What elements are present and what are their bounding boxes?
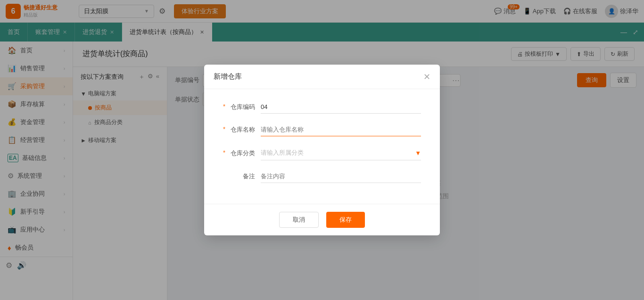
name-label: 仓库名称 — [223, 125, 261, 134]
category-label: 仓库分类 — [223, 149, 261, 158]
modal-header: 新增仓库 ✕ — [204, 65, 440, 89]
save-button[interactable]: 保存 — [326, 212, 365, 228]
form-row-name: 仓库名称 — [223, 123, 421, 136]
cancel-button[interactable]: 取消 — [279, 212, 319, 228]
name-input[interactable] — [261, 123, 421, 136]
category-placeholder: 请输入所属分类 — [261, 149, 304, 157]
form-row-code: 仓库编码 — [223, 100, 421, 114]
code-label: 仓库编码 — [223, 103, 261, 111]
modal-title: 新增仓库 — [214, 72, 242, 81]
code-input[interactable] — [261, 100, 421, 114]
notes-label: 备注 — [223, 172, 261, 181]
notes-input[interactable] — [261, 170, 421, 183]
modal-footer: 取消 保存 — [204, 204, 440, 235]
modal-body: 仓库编码 仓库名称 仓库分类 请输入所属分类 ▼ 备注 — [204, 89, 440, 204]
category-arrow-icon: ▼ — [415, 150, 421, 157]
modal-close-icon[interactable]: ✕ — [423, 73, 430, 81]
form-row-category: 仓库分类 请输入所属分类 ▼ — [223, 146, 421, 160]
category-select[interactable]: 请输入所属分类 ▼ — [261, 146, 421, 160]
modal-overlay[interactable]: 新增仓库 ✕ 仓库编码 仓库名称 仓库分类 请输入所属分类 ▼ — [0, 0, 644, 300]
modal-new-warehouse: 新增仓库 ✕ 仓库编码 仓库名称 仓库分类 请输入所属分类 ▼ — [204, 65, 440, 235]
form-row-notes: 备注 — [223, 170, 421, 183]
